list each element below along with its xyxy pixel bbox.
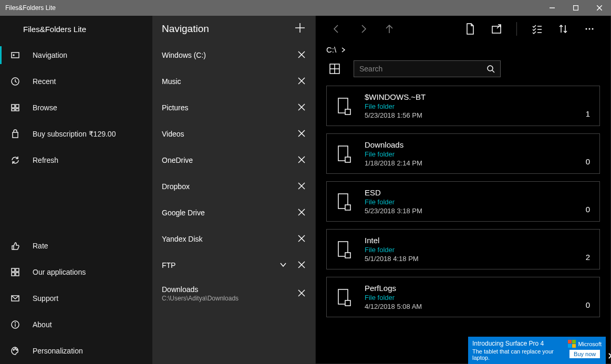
- select-button[interactable]: [526, 18, 547, 39]
- svg-rect-7: [12, 53, 19, 58]
- sidebar-item-label: Buy subscription ₹129.00: [33, 130, 116, 138]
- breadcrumb[interactable]: C:\: [316, 42, 610, 60]
- maximize-button[interactable]: [564, 0, 587, 16]
- up-button[interactable]: [379, 18, 400, 39]
- nav-item[interactable]: Dropbox: [152, 173, 315, 200]
- file-name: Downloads: [365, 140, 573, 149]
- remove-button[interactable]: [297, 129, 306, 139]
- remove-button[interactable]: [297, 261, 306, 271]
- svg-rect-14: [12, 268, 15, 272]
- ad-body: The tablet that can replace your laptop.: [472, 348, 568, 361]
- new-file-button[interactable]: [460, 18, 481, 39]
- ad-close-button[interactable]: ✕: [607, 350, 611, 362]
- nav-item[interactable]: Music: [152, 68, 315, 95]
- file-type: File folder: [365, 246, 573, 254]
- svg-point-8: [13, 55, 14, 56]
- sidebar-item-clock[interactable]: Recent: [0, 68, 152, 95]
- remove-button[interactable]: [297, 289, 306, 299]
- nav-item-sublabel: C:\Users\Aditya\Downloads: [162, 295, 297, 302]
- file-item[interactable]: DownloadsFile folder1/18/2018 2:14 PM0: [326, 133, 600, 174]
- mail-icon: [11, 294, 20, 303]
- folder-icon: [336, 192, 352, 212]
- nav-item[interactable]: OneDrive: [152, 147, 315, 173]
- folder-icon: [336, 96, 352, 116]
- search-icon: [486, 65, 495, 73]
- remove-button[interactable]: [297, 77, 306, 87]
- sidebar-item-label: Browse: [33, 103, 57, 112]
- sidebar-item-apps[interactable]: Our applications: [0, 259, 152, 285]
- browse-icon: [11, 103, 20, 112]
- nav-item[interactable]: Google Drive: [152, 200, 315, 226]
- nav-item[interactable]: Yandex Disk: [152, 226, 315, 252]
- sidebar-item-label: Refresh: [33, 156, 58, 164]
- forward-button[interactable]: [353, 18, 374, 39]
- nav-item[interactable]: DownloadsC:\Users\Aditya\Downloads: [152, 278, 315, 309]
- remove-button[interactable]: [297, 234, 306, 244]
- sidebar-item-info[interactable]: About: [0, 311, 152, 338]
- sidebar-header[interactable]: Files&Folders Lite: [0, 16, 152, 42]
- sort-button[interactable]: [553, 18, 574, 39]
- more-button[interactable]: [579, 18, 600, 39]
- remove-button[interactable]: [297, 50, 306, 60]
- file-item[interactable]: ESDFile folder5/23/2018 3:18 PM0: [326, 181, 600, 222]
- folder-icon: [336, 144, 352, 164]
- remove-button[interactable]: [297, 208, 306, 218]
- svg-rect-12: [12, 109, 15, 111]
- refresh-icon: [11, 155, 20, 165]
- add-location-button[interactable]: [294, 22, 306, 36]
- svg-point-24: [16, 349, 17, 350]
- window-title: Files&Folders Lite: [5, 4, 56, 12]
- chevron-right-icon: [340, 47, 346, 53]
- ad-cta-button[interactable]: Buy now: [569, 350, 600, 358]
- sidebar-item-palette[interactable]: Personalization: [0, 338, 152, 364]
- nav-item-label: Yandex Disk: [162, 235, 297, 243]
- sidebar-item-refresh[interactable]: Refresh: [0, 147, 152, 173]
- sidebar-item-bag[interactable]: Buy subscription ₹129.00: [0, 121, 152, 147]
- thumb-icon: [11, 241, 20, 251]
- chevron-down-icon[interactable]: [278, 260, 288, 271]
- ad-title: Introducing Surface Pro 4: [472, 340, 568, 347]
- svg-rect-66: [345, 157, 350, 162]
- path-text: C:\: [326, 45, 336, 54]
- remove-button[interactable]: [297, 155, 306, 165]
- nav-item[interactable]: Pictures: [152, 95, 315, 121]
- svg-rect-10: [12, 105, 15, 108]
- file-item[interactable]: $WINDOWS.~BTFile folder5/23/2018 1:56 PM…: [326, 86, 600, 126]
- search-box[interactable]: [354, 60, 501, 77]
- minimize-button[interactable]: [540, 0, 564, 16]
- file-item[interactable]: PerfLogsFile folder4/12/2018 5:08 AM0: [326, 277, 600, 317]
- file-date: 4/12/2018 5:08 AM: [365, 303, 573, 310]
- svg-rect-1: [573, 6, 578, 11]
- file-list[interactable]: $WINDOWS.~BTFile folder5/23/2018 1:56 PM…: [316, 86, 610, 363]
- file-date: 5/23/2018 1:56 PM: [365, 111, 573, 119]
- file-name: PerfLogs: [365, 284, 573, 293]
- nav-item-label: Pictures: [162, 103, 297, 112]
- view-mode-button[interactable]: [326, 60, 343, 77]
- nav-item-label: Music: [162, 77, 297, 86]
- sidebar-item-browse[interactable]: Browse: [0, 95, 152, 121]
- palette-icon: [11, 346, 20, 356]
- file-count: 0: [586, 157, 590, 166]
- nav-item[interactable]: Videos: [152, 121, 315, 147]
- remove-button[interactable]: [297, 182, 306, 192]
- sidebar-item-mail[interactable]: Support: [0, 285, 152, 311]
- svg-rect-72: [345, 300, 350, 306]
- nav-item[interactable]: Windows (C:): [152, 42, 315, 68]
- back-button[interactable]: [326, 18, 347, 39]
- sidebar-item-thumb[interactable]: Rate: [0, 233, 152, 259]
- sidebar-item-nav[interactable]: Navigation: [0, 42, 152, 68]
- svg-rect-11: [16, 105, 19, 108]
- open-with-button[interactable]: [486, 18, 507, 39]
- file-item[interactable]: IntelFile folder5/1/2018 4:18 PM2: [326, 229, 600, 269]
- nav-item-label: FTP: [162, 261, 278, 269]
- info-icon: [11, 320, 20, 329]
- nav-item[interactable]: FTP: [152, 252, 315, 278]
- remove-button[interactable]: [297, 103, 306, 113]
- file-type: File folder: [365, 102, 573, 110]
- svg-rect-48: [492, 26, 501, 33]
- search-input[interactable]: [359, 65, 486, 73]
- close-button[interactable]: [587, 0, 611, 16]
- sidebar: Files&Folders Lite NavigationRecentBrows…: [0, 16, 152, 364]
- svg-point-57: [592, 28, 593, 29]
- advertisement[interactable]: Introducing Surface Pro 4 The tablet tha…: [468, 337, 606, 364]
